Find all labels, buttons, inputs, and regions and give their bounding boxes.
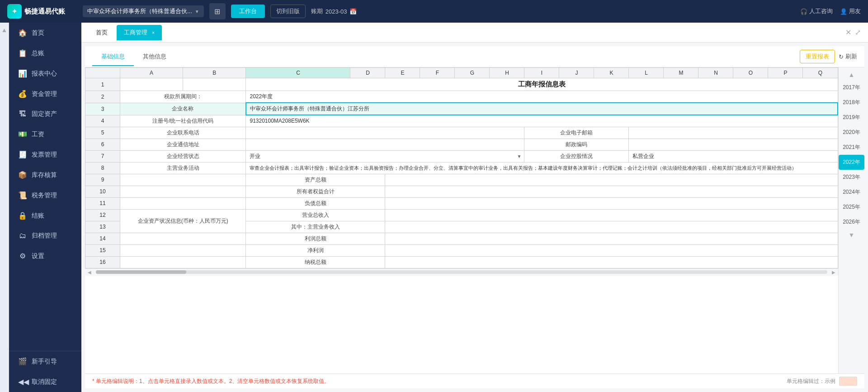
col-header-i[interactable]: I — [524, 68, 559, 78]
cell-6-addr[interactable] — [246, 139, 524, 150]
window-close-icon[interactable]: ✕ — [845, 28, 851, 37]
sub-tab-other[interactable]: 其他信息 — [134, 48, 175, 66]
sidebar-item-fund[interactable]: 💰 资金管理 — [9, 84, 81, 104]
col-header-o[interactable]: O — [733, 68, 768, 78]
cell-15-value[interactable] — [385, 244, 838, 256]
calendar-icon[interactable]: 📅 — [349, 8, 357, 15]
year-down-button[interactable]: ▼ — [849, 231, 855, 239]
cell-1a[interactable] — [120, 78, 183, 91]
sheet-container[interactable]: A B C D E F G H I J K L — [85, 67, 838, 373]
col-header-a[interactable]: A — [120, 68, 183, 78]
cell-8-value[interactable]: 审查企业会计报表；出具审计报告；验证企业资本；出具验资报告；办理企业合开、分立、… — [246, 162, 838, 174]
table-row: 11 负债总额 — [85, 197, 838, 209]
cell-2-value[interactable]: 2022年度 — [246, 91, 838, 103]
col-header-l[interactable]: L — [629, 68, 664, 78]
tab-close-icon[interactable]: × — [152, 30, 155, 35]
company-settings-icon[interactable]: ⊞ — [209, 3, 226, 19]
old-version-button[interactable]: 切到旧版 — [270, 5, 306, 18]
row-num-14: 14 — [85, 233, 120, 244]
col-header-m[interactable]: M — [664, 68, 698, 78]
h-scroll-thumb[interactable] — [96, 270, 186, 274]
year-item-2017[interactable]: 2017年 — [839, 80, 864, 95]
window-expand-icon[interactable]: ⤢ — [855, 28, 861, 37]
user-button[interactable]: 👤 用友 — [840, 7, 861, 15]
cell-13-value[interactable] — [385, 221, 838, 233]
col-header-g[interactable]: G — [455, 68, 490, 78]
cell-16-value[interactable] — [385, 256, 838, 268]
year-panel-up[interactable]: ▲ — [839, 69, 864, 80]
cell-title[interactable]: 工商年报信息表 — [246, 78, 838, 91]
sidebar-scroll[interactable]: ▲ — [0, 23, 9, 392]
h-scroll-track[interactable] — [96, 270, 827, 274]
year-item-2024[interactable]: 2024年 — [839, 185, 864, 200]
year-item-2023[interactable]: 2023年 — [839, 170, 864, 185]
sub-tab-basic[interactable]: 基础信息 — [92, 48, 134, 66]
col-header-k[interactable]: K — [594, 68, 629, 78]
cell-5-phone[interactable] — [246, 127, 524, 139]
col-header-p[interactable]: P — [768, 68, 803, 78]
tab-home[interactable]: 首页 — [89, 25, 115, 40]
h-scroll-right-btn[interactable]: ▶ — [829, 270, 838, 275]
col-header-n[interactable]: N — [698, 68, 733, 78]
company-selector[interactable]: 中审众环会计师事务所（特殊普通合伙... ▼ — [83, 5, 204, 17]
year-up-button[interactable]: ▲ — [849, 71, 855, 78]
sidebar-item-invoice[interactable]: 🧾 发票管理 — [9, 144, 81, 165]
year-item-2021[interactable]: 2021年 — [839, 140, 864, 155]
reset-button[interactable]: 重置报表 — [800, 50, 835, 63]
cell-9-value[interactable] — [385, 174, 838, 186]
col-header-j[interactable]: J — [559, 68, 594, 78]
sidebar-item-tax[interactable]: 📜 税务管理 — [9, 185, 81, 206]
col-header-h[interactable]: H — [490, 68, 524, 78]
horizontal-scrollbar[interactable]: ◀ ▶ — [85, 268, 838, 276]
year-item-2026[interactable]: 2026年 — [839, 215, 864, 229]
cell-6-zip[interactable] — [629, 139, 838, 150]
year-panel-down[interactable]: ▼ — [839, 229, 864, 240]
cell-10-value[interactable] — [385, 186, 838, 197]
col-header-b[interactable]: B — [183, 68, 246, 78]
sidebar-item-ledger[interactable]: 📋 总账 — [9, 43, 81, 63]
cell-14-value[interactable] — [385, 233, 838, 244]
h-scroll-left-btn[interactable]: ◀ — [85, 270, 94, 275]
col-header-f[interactable]: F — [420, 68, 455, 78]
cell-1b[interactable] — [183, 78, 246, 91]
cell-7-status[interactable]: 开业 — [246, 150, 524, 162]
bottom-bar: * 单元格编辑说明：1、点击单元格直接录入数值或文本。2、清空单元格数值或文本恢… — [85, 373, 864, 388]
row-num-7: 7 — [85, 150, 120, 162]
cell-11-value[interactable] — [385, 197, 838, 209]
cell-4-value[interactable]: 91320100MA208E5W6K — [246, 115, 838, 127]
sidebar-item-unpin[interactable]: ◀◀ 取消固定 — [9, 372, 81, 392]
cell-12-value[interactable] — [385, 209, 838, 221]
workbench-button[interactable]: 工作台 — [231, 5, 265, 18]
sidebar-item-close[interactable]: 🔒 结账 — [9, 206, 81, 226]
year-item-2022[interactable]: 2022年 — [839, 155, 864, 170]
sidebar-item-report[interactable]: 📊 报表中心 — [9, 63, 81, 84]
refresh-button[interactable]: ↻ 刷新 — [839, 53, 857, 61]
settings-icon: ⚙ — [18, 252, 27, 260]
sidebar-item-archive[interactable]: 🗂 归档管理 — [9, 226, 81, 246]
col-header-d[interactable]: D — [350, 68, 385, 78]
consult-button[interactable]: 🎧 人工咨询 — [800, 7, 833, 15]
sidebar-up-icon[interactable]: ▲ — [1, 26, 8, 33]
year-item-2018[interactable]: 2018年 — [839, 95, 864, 110]
col-header-q[interactable]: Q — [803, 68, 838, 78]
user-label: 用友 — [849, 7, 861, 15]
refresh-icon: ↻ — [839, 53, 844, 60]
cell-16-a — [120, 256, 246, 268]
sidebar-item-inventory[interactable]: 📦 库存核算 — [9, 165, 81, 185]
tab-commerce[interactable]: 工商管理 × — [117, 25, 162, 40]
year-item-2025[interactable]: 2025年 — [839, 200, 864, 215]
cell-5-email[interactable] — [629, 127, 838, 139]
year-item-2019[interactable]: 2019年 — [839, 110, 864, 125]
sidebar-item-asset[interactable]: 🏗 固定资产 — [9, 104, 81, 124]
sidebar-item-salary[interactable]: 💵 工资 — [9, 124, 81, 144]
sidebar-item-guide[interactable]: 🎬 新手引导 — [9, 351, 81, 372]
sidebar-item-settings[interactable]: ⚙ 设置 — [9, 246, 81, 266]
col-header-e[interactable]: E — [385, 68, 420, 78]
row-num-2: 2 — [85, 91, 120, 103]
col-header-c[interactable]: C — [246, 68, 350, 78]
cell-3-value[interactable]: 中审众环会计师事务所（特殊普通合伙）江苏分所 — [246, 103, 838, 115]
inventory-icon: 📦 — [18, 171, 27, 179]
year-item-2020[interactable]: 2020年 — [839, 125, 864, 140]
cell-7-control[interactable]: 私营企业 — [629, 150, 838, 162]
sidebar-item-home[interactable]: 🏠 首页 — [9, 23, 81, 43]
